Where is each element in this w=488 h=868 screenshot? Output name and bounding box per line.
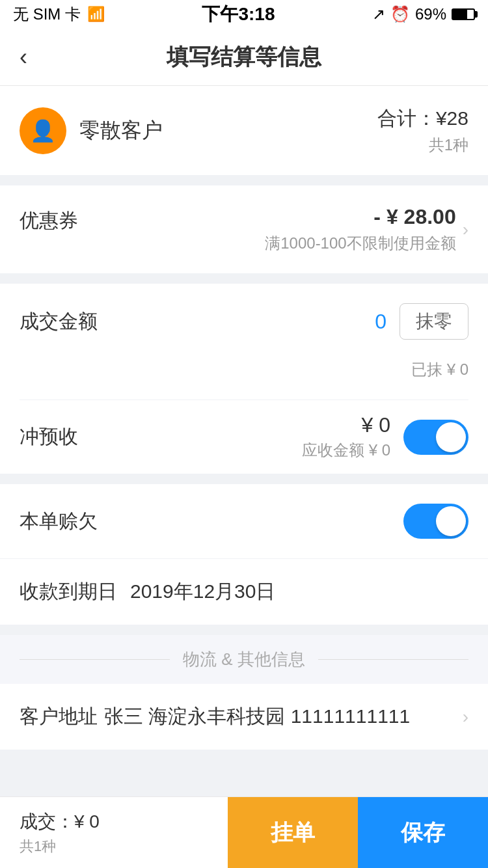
coupon-label: 优惠券 bbox=[20, 205, 78, 234]
address-label: 客户地址 bbox=[20, 703, 98, 730]
prepay-amount: ¥ 0 bbox=[302, 413, 390, 437]
battery-percent: 69% bbox=[415, 5, 446, 23]
logistics-section-divider: 物流 & 其他信息 bbox=[0, 635, 488, 684]
battery-icon bbox=[452, 8, 475, 20]
sim-status: 无 SIM 卡 bbox=[13, 4, 81, 25]
coupon-amount: - ¥ 28.00 bbox=[265, 205, 455, 229]
debt-toggle-knob bbox=[436, 506, 466, 536]
status-left: 无 SIM 卡 📶 bbox=[13, 4, 105, 25]
nav-bar: ‹ 填写结算等信息 bbox=[0, 29, 488, 86]
customer-name: 零散客户 bbox=[79, 116, 163, 145]
coupon-section: 优惠券 - ¥ 28.00 满1000-100不限制使用金额 › bbox=[0, 185, 488, 273]
hang-button[interactable]: 挂单 bbox=[228, 797, 358, 869]
user-icon: 👤 bbox=[30, 118, 56, 143]
coupon-right: - ¥ 28.00 满1000-100不限制使用金额 › bbox=[265, 205, 468, 254]
due-date-row: 收款到期日 2019年12月30日 bbox=[0, 558, 488, 625]
save-button[interactable]: 保存 bbox=[358, 797, 488, 869]
coupon-info: - ¥ 28.00 满1000-100不限制使用金额 bbox=[265, 205, 455, 254]
customer-left: 👤 零散客户 bbox=[20, 107, 163, 154]
deal-prepay-section: 成交金额 0 抹零 已抹 ¥ 0 冲预收 ¥ 0 应收金额 ¥ 0 bbox=[0, 284, 488, 474]
coupon-chevron-icon: › bbox=[463, 219, 468, 240]
back-button[interactable]: ‹ bbox=[20, 44, 27, 71]
nav-title: 填写结算等信息 bbox=[167, 42, 321, 72]
deal-amount-sub: 已抹 ¥ 0 bbox=[0, 359, 488, 400]
debt-row: 本单赊欠 bbox=[0, 484, 488, 558]
deal-amount-right: 0 抹零 bbox=[375, 303, 468, 340]
customer-avatar: 👤 bbox=[20, 107, 66, 154]
debt-label: 本单赊欠 bbox=[20, 508, 98, 535]
debt-section: 本单赊欠 收款到期日 2019年12月30日 bbox=[0, 484, 488, 625]
deal-amount-row: 成交金额 0 抹零 bbox=[0, 284, 488, 359]
address-value: 张三 海淀永丰科技园 11111111111 bbox=[98, 703, 463, 730]
address-row[interactable]: 客户地址 张三 海淀永丰科技园 11111111111 › bbox=[0, 684, 488, 750]
bottom-count: 共1种 bbox=[20, 837, 208, 856]
round-zero-button[interactable]: 抹零 bbox=[400, 303, 468, 340]
status-bar: 无 SIM 卡 📶 下午3:18 ↗ ⏰ 69% bbox=[0, 0, 488, 29]
bottom-deal-value: ¥ 0 bbox=[74, 811, 100, 832]
coupon-desc: 满1000-100不限制使用金额 bbox=[265, 233, 455, 254]
customer-row: 👤 零散客户 合计：¥28 共1种 bbox=[0, 86, 488, 175]
location-icon: ↗ bbox=[372, 5, 385, 23]
logistics-label: 物流 & 其他信息 bbox=[170, 648, 318, 671]
status-right: ↗ ⏰ 69% bbox=[372, 5, 475, 23]
wifi-icon: 📶 bbox=[87, 6, 105, 23]
customer-total: 合计：¥28 bbox=[377, 105, 468, 132]
logistics-line-left bbox=[20, 659, 170, 660]
customer-count: 共1种 bbox=[377, 135, 468, 156]
prepay-toggle[interactable] bbox=[403, 420, 468, 455]
alarm-icon: ⏰ bbox=[390, 5, 410, 23]
debt-toggle[interactable] bbox=[403, 504, 468, 539]
prepay-row: 冲预收 ¥ 0 应收金额 ¥ 0 bbox=[0, 400, 488, 474]
customer-summary: 合计：¥28 共1种 bbox=[377, 105, 468, 156]
due-date-value[interactable]: 2019年12月30日 bbox=[130, 578, 275, 605]
bottom-deal-label: 成交： bbox=[20, 811, 74, 832]
deal-amount-value[interactable]: 0 bbox=[375, 310, 386, 334]
prepay-amount-block: ¥ 0 应收金额 ¥ 0 bbox=[302, 413, 390, 461]
coupon-row[interactable]: 优惠券 - ¥ 28.00 满1000-100不限制使用金额 › bbox=[0, 185, 488, 273]
customer-section: 👤 零散客户 合计：¥28 共1种 bbox=[0, 86, 488, 175]
prepay-sub: 应收金额 ¥ 0 bbox=[302, 440, 390, 461]
content: 👤 零散客户 合计：¥28 共1种 优惠券 - ¥ 28.00 满1000-10… bbox=[0, 86, 488, 828]
logistics-line-right bbox=[318, 659, 468, 660]
address-chevron-icon: › bbox=[463, 707, 468, 727]
bottom-deal-amount: 成交：¥ 0 bbox=[20, 809, 208, 834]
due-date-label: 收款到期日 bbox=[20, 578, 117, 605]
prepay-label: 冲预收 bbox=[20, 424, 78, 450]
bottom-bar: 成交：¥ 0 共1种 挂单 保存 bbox=[0, 796, 488, 868]
toggle-knob bbox=[436, 422, 466, 452]
deal-amount-label: 成交金额 bbox=[20, 308, 98, 335]
status-time: 下午3:18 bbox=[202, 2, 275, 27]
bottom-summary: 成交：¥ 0 共1种 bbox=[0, 809, 228, 856]
prepay-right: ¥ 0 应收金额 ¥ 0 bbox=[302, 413, 468, 461]
